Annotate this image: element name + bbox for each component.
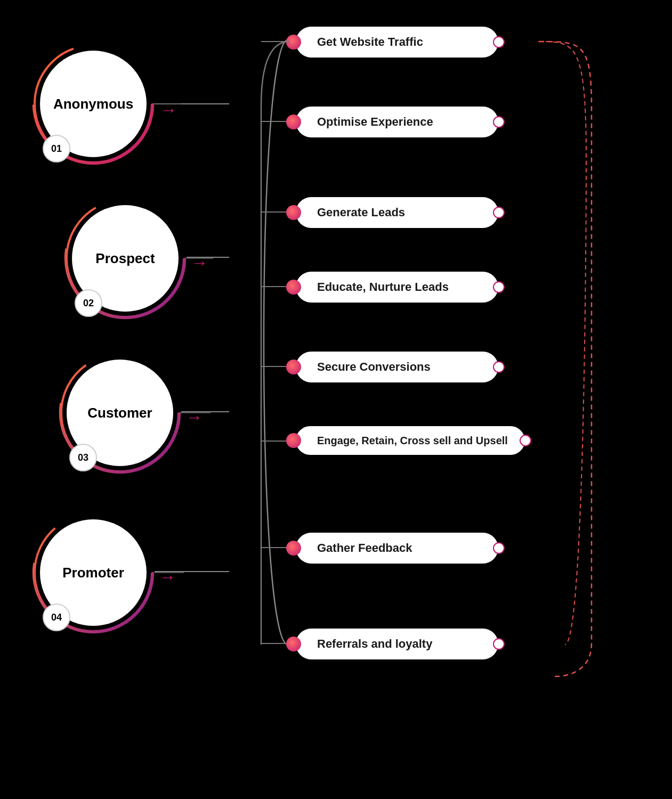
action-dot-1 bbox=[286, 35, 301, 50]
stage-anonymous: Anonymous 01 bbox=[32, 43, 155, 165]
action-dot-8 bbox=[286, 637, 301, 651]
action-label-6: Engage, Retain, Cross sell and Upsell bbox=[317, 434, 508, 447]
action-label-8: Referrals and loyalty bbox=[317, 637, 432, 651]
stage-customer-label: Customer bbox=[87, 405, 152, 421]
action-dot-7 bbox=[286, 541, 301, 556]
action-dot-right-5 bbox=[493, 361, 505, 373]
stage-customer: Customer 03 bbox=[59, 352, 181, 474]
action-get-website-traffic: Get Website Traffic bbox=[296, 27, 498, 58]
stage-promoter-number: 04 bbox=[43, 604, 70, 631]
action-dot-5 bbox=[286, 360, 301, 374]
action-referrals-loyalty: Referrals and loyalty bbox=[296, 629, 498, 659]
action-label-2: Optimise Experience bbox=[317, 115, 433, 129]
action-dot-4 bbox=[286, 280, 301, 295]
action-dot-right-4 bbox=[493, 281, 505, 293]
stage-customer-number: 03 bbox=[69, 444, 97, 471]
stage-promoter-label: Promoter bbox=[62, 565, 124, 581]
action-dot-2 bbox=[286, 115, 301, 129]
action-label-1: Get Website Traffic bbox=[317, 35, 423, 49]
action-dot-right-1 bbox=[493, 36, 505, 48]
action-label-7: Gather Feedback bbox=[317, 541, 412, 555]
action-secure-conversions: Secure Conversions bbox=[296, 352, 498, 382]
action-dot-6 bbox=[286, 433, 301, 448]
action-generate-leads: Generate Leads bbox=[296, 197, 498, 228]
action-optimise-experience: Optimise Experience bbox=[296, 107, 498, 137]
arrow-promoter: → bbox=[159, 567, 176, 587]
action-gather-feedback: Gather Feedback bbox=[296, 533, 498, 564]
stage-promoter: Promoter 04 bbox=[32, 511, 155, 634]
stage-anonymous-number: 01 bbox=[43, 135, 70, 162]
stage-anonymous-label: Anonymous bbox=[53, 96, 133, 112]
action-dot-3 bbox=[286, 205, 301, 220]
action-engage-retain: Engage, Retain, Cross sell and Upsell bbox=[296, 426, 525, 455]
action-dot-right-2 bbox=[493, 116, 505, 128]
action-educate-nurture: Educate, Nurture Leads bbox=[296, 272, 498, 303]
action-label-3: Generate Leads bbox=[317, 206, 405, 219]
stage-prospect-number: 02 bbox=[75, 289, 102, 317]
action-dot-right-8 bbox=[493, 638, 505, 650]
action-dot-right-6 bbox=[520, 435, 531, 446]
stage-prospect: Prospect 02 bbox=[64, 197, 187, 320]
arrow-prospect: → bbox=[191, 253, 208, 273]
action-dot-right-3 bbox=[493, 207, 505, 218]
action-dot-right-7 bbox=[493, 542, 505, 554]
action-label-5: Secure Conversions bbox=[317, 360, 431, 374]
arrow-customer: → bbox=[185, 407, 203, 427]
action-label-4: Educate, Nurture Leads bbox=[317, 280, 449, 294]
diagram-container: Anonymous 01 → Prospect 02 → Customer bbox=[0, 0, 672, 799]
stage-prospect-label: Prospect bbox=[95, 250, 155, 267]
arrow-anonymous: → bbox=[160, 100, 177, 120]
